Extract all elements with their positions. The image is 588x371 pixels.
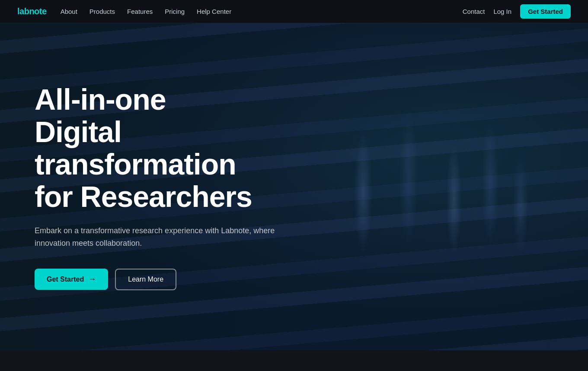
nav-item-help-center[interactable]: Help Center — [197, 8, 231, 15]
nav-item-about[interactable]: About — [61, 8, 77, 15]
nav-right: Contact Log In Get Started — [463, 4, 571, 19]
hero-content: All-in-one Digital transformation for Re… — [0, 83, 329, 290]
logo[interactable]: labnote — [17, 6, 47, 16]
arrow-icon: → — [88, 275, 96, 284]
contact-link[interactable]: Contact — [463, 8, 485, 15]
below-fold-section — [0, 350, 588, 371]
hero-headline: All-in-one Digital transformation for Re… — [35, 83, 294, 212]
hero-get-started-button[interactable]: Get Started → — [35, 269, 108, 290]
hero-section: All-in-one Digital transformation for Re… — [0, 23, 588, 350]
nav-left: labnote About Products Features Pricing … — [17, 6, 231, 16]
hero-learn-more-button[interactable]: Learn More — [115, 269, 176, 290]
navbar: labnote About Products Features Pricing … — [0, 0, 588, 23]
login-link[interactable]: Log In — [493, 8, 511, 15]
nav-item-products[interactable]: Products — [89, 8, 115, 15]
hero-subheadline: Embark on a transformative research expe… — [35, 225, 285, 250]
nav-links: About Products Features Pricing Help Cen… — [61, 8, 232, 16]
nav-item-pricing[interactable]: Pricing — [165, 8, 185, 15]
nav-get-started-button[interactable]: Get Started — [520, 4, 571, 19]
nav-item-features[interactable]: Features — [127, 8, 153, 15]
hero-actions: Get Started → Learn More — [35, 269, 294, 290]
